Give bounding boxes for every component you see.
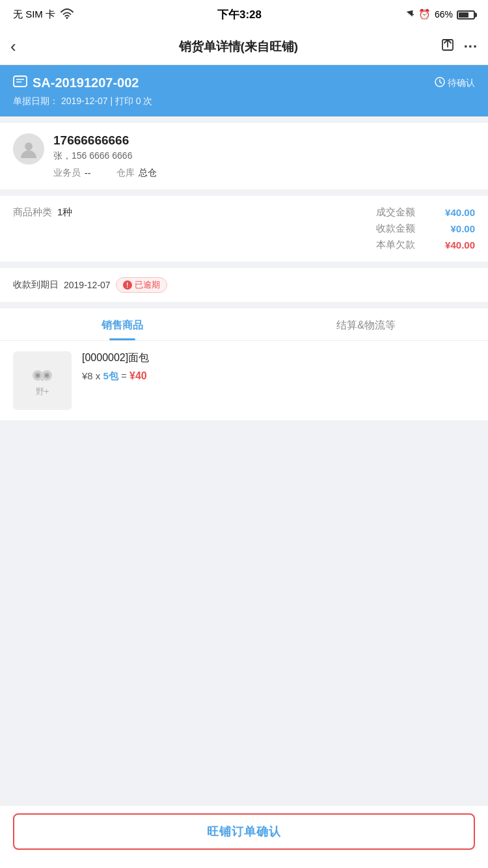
customer-meta: 业务员 -- 仓库 总仓 [53,167,475,179]
overdue-badge: ! 已逾期 [116,277,167,293]
share-icon[interactable] [441,38,455,55]
overdue-icon: ! [123,280,132,290]
order-id: SA-20191207-002 [13,75,139,90]
owed-amount-row: 本单欠款 ¥40.00 [376,239,475,251]
product-thumbnail: 野+ [13,351,72,410]
status-time: 下午3:28 [217,7,262,22]
transaction-amount-row: 成交金额 ¥40.00 [376,206,475,219]
confirm-btn-wrapper: 旺铺订单确认 [0,805,488,868]
tabs-row: 销售商品 结算&物流等 [0,308,488,340]
alarm-icon: ⏰ [418,8,431,20]
location-icon [405,8,414,21]
due-date-section: 收款到期日 2019-12-07 ! 已逾期 [0,268,488,302]
product-details: [0000002]面包 ¥8 x 5包 = ¥40 [82,351,475,383]
received-amount-row: 收款金额 ¥0.00 [376,223,475,235]
salesperson-field: 业务员 -- [53,167,90,179]
customer-info: 17666666666 张，156 6666 6666 业务员 -- 仓库 总仓 [53,133,475,179]
equals-sign: = [118,370,129,381]
back-button[interactable]: ‹ [10,36,36,57]
confirm-order-button[interactable]: 旺铺订单确认 [13,813,475,850]
svg-point-11 [25,142,33,150]
product-logo-text: 野+ [36,386,49,398]
customer-section: 17666666666 张，156 6666 6666 业务员 -- 仓库 总仓 [0,123,488,189]
product-types: 商品种类 1种 [13,206,345,251]
status-right: ⏰ 66% [405,8,475,21]
nav-bar: ‹ 销货单详情(来自旺铺) ··· [0,29,488,65]
page-title: 销货单详情(来自旺铺) [179,38,299,55]
clock-icon [435,77,445,89]
svg-point-17 [46,375,48,377]
wifi-icon [61,8,74,21]
warehouse-field: 仓库 总仓 [116,167,157,179]
tab-settlement[interactable]: 结算&物流等 [244,308,488,340]
product-list: 野+ [0000002]面包 ¥8 x 5包 = ¥40 [0,341,488,421]
svg-line-10 [440,82,442,83]
amounts-right: 成交金额 ¥40.00 收款金额 ¥0.00 本单欠款 ¥40.00 [345,206,475,251]
status-left: 无 SIM 卡 [13,8,74,21]
product-price-row: ¥8 x 5包 = ¥40 [82,370,475,383]
table-row: 野+ [0000002]面包 ¥8 x 5包 = ¥40 [0,341,488,421]
battery-percent: 66% [435,9,453,20]
tabs-section: 销售商品 结算&物流等 [0,308,488,341]
tab-sales-product[interactable]: 销售商品 [0,308,244,340]
customer-phone: 17666666666 [53,133,475,148]
customer-name: 张，156 6666 6666 [53,150,475,162]
bottom-area [0,421,488,577]
order-status: 待确认 [435,77,475,89]
nav-actions: ··· [441,38,478,55]
status-bar: 无 SIM 卡 下午3:28 ⏰ 66% [0,0,488,29]
due-date-value: 2019-12-07 [64,280,111,290]
quantity: 5包 [103,370,118,381]
more-icon[interactable]: ··· [464,38,478,55]
svg-rect-5 [14,76,27,87]
svg-point-16 [37,375,39,377]
due-date-label: 收款到期日 [13,279,59,291]
overdue-text: 已逾期 [135,279,160,291]
battery-icon [457,9,475,20]
sim-text: 无 SIM 卡 [13,8,55,21]
total-price: ¥40 [129,370,147,381]
order-header: SA-20191207-002 待确认 单据日期： 2019-12-07 | 打… [0,65,488,116]
product-name: [0000002]面包 [82,351,475,365]
order-icon [13,75,27,90]
amounts-section: 商品种类 1种 成交金额 ¥40.00 收款金额 ¥0.00 本单欠款 ¥40.… [0,196,488,262]
order-date: 单据日期： 2019-12-07 | 打印 0 次 [13,96,475,107]
customer-avatar [13,133,44,165]
unit-price: ¥8 x [82,370,103,381]
